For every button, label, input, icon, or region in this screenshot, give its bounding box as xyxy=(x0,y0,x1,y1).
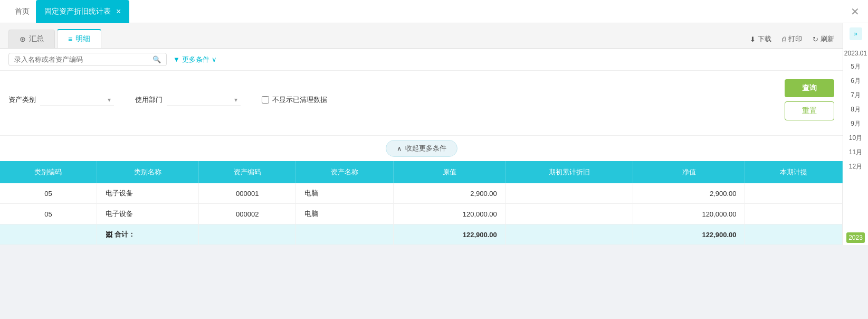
detail-icon: ≡ xyxy=(68,35,72,43)
total-accumulated xyxy=(505,224,633,245)
cell-original-value: 2,900.00 xyxy=(393,183,505,204)
sidebar-expand-arrow[interactable]: » xyxy=(850,27,862,40)
summary-icon: ⊛ xyxy=(20,35,26,43)
table-row: 05 电子设备 000002 电脑 120,000.00 120,000.00 xyxy=(0,204,843,224)
cell-net-value: 120,000.00 xyxy=(633,204,745,224)
nav-tab-close[interactable]: × xyxy=(116,7,121,16)
download-icon: ⬇ xyxy=(750,35,756,43)
main-layout: ⊛ 汇总 ≡ 明细 ⬇ 下载 ⎙ 打印 ↻ 刷新 xyxy=(0,23,868,245)
asset-category-select-wrapper xyxy=(40,93,114,106)
cell-asset-name: 电脑 xyxy=(296,204,393,224)
col-header-original-value: 原值 xyxy=(393,161,505,183)
right-sidebar: » 2023.01 5月 6月 7月 8月 9月 10月 11月 12月 202… xyxy=(843,23,868,245)
reset-button[interactable]: 重置 xyxy=(785,101,834,120)
cell-category-code: 05 xyxy=(0,204,97,224)
sidebar-month-9[interactable]: 9月 xyxy=(843,117,868,130)
cell-net-value: 2,900.00 xyxy=(633,183,745,204)
search-field[interactable]: 🔍 xyxy=(8,53,167,66)
data-table: 类别编码 类别名称 资产编码 资产名称 原值 期初累计折旧 净值 本期计提 05… xyxy=(0,161,843,245)
tab-summary[interactable]: ⊛ 汇总 xyxy=(8,30,55,48)
sidebar-month-10[interactable]: 10月 xyxy=(843,132,868,145)
filter-icon: ▼ xyxy=(173,55,180,63)
total-original-value: 122,900.00 xyxy=(393,224,505,245)
asset-category-select[interactable] xyxy=(40,93,114,106)
tab-row: ⊛ 汇总 ≡ 明细 ⬇ 下载 ⎙ 打印 ↻ 刷新 xyxy=(0,23,843,49)
department-field: 使用部门 xyxy=(135,93,241,106)
conditions-panel: 资产类别 使用部门 xyxy=(0,71,843,136)
cell-asset-name: 电脑 xyxy=(296,183,393,204)
filter-bar: 🔍 ▼ 更多条件 ∨ xyxy=(0,49,843,71)
hide-cleared-label: 不显示已清理数据 xyxy=(272,95,327,105)
query-button[interactable]: 查询 xyxy=(785,79,834,97)
action-buttons: 查询 重置 xyxy=(785,79,834,120)
print-label: 打印 xyxy=(788,34,802,44)
cell-asset-code: 000002 xyxy=(199,204,296,224)
col-header-asset-code: 资产编码 xyxy=(199,161,296,183)
sidebar-month-7[interactable]: 7月 xyxy=(843,89,868,102)
department-select-wrapper xyxy=(167,93,241,106)
total-text: 合计： xyxy=(115,230,135,239)
department-select[interactable] xyxy=(167,93,241,106)
window-close-button[interactable]: ✕ xyxy=(851,5,860,18)
table-row: 05 电子设备 000001 电脑 2,900.00 2,900.00 xyxy=(0,183,843,204)
sidebar-month-11[interactable]: 11月 xyxy=(843,146,868,159)
refresh-label: 刷新 xyxy=(821,34,834,44)
col-header-asset-name: 资产名称 xyxy=(296,161,393,183)
total-label-text: 🖼 合计： xyxy=(97,224,198,245)
tab-summary-label: 汇总 xyxy=(29,34,44,44)
total-net-value: 122,900.00 xyxy=(633,224,745,245)
department-label: 使用部门 xyxy=(135,95,163,105)
refresh-icon: ↻ xyxy=(813,35,818,43)
sidebar-date-label[interactable]: 2023.01 xyxy=(843,48,868,59)
nav-tab-active[interactable]: 固定资产折旧统计表 × xyxy=(36,0,129,23)
top-nav: 首页 固定资产折旧统计表 × ✕ xyxy=(0,0,868,23)
conditions-row: 资产类别 使用部门 xyxy=(8,79,834,120)
more-conditions-label: 更多条件 xyxy=(182,55,209,64)
cell-asset-code: 000001 xyxy=(199,183,296,204)
cell-category-name: 电子设备 xyxy=(97,204,198,224)
hide-cleared-field[interactable]: 不显示已清理数据 xyxy=(262,95,327,105)
total-current-dep xyxy=(745,224,843,245)
download-label: 下载 xyxy=(758,34,771,44)
total-row: 🖼 合计： 122,900.00 122,900.00 xyxy=(0,224,843,245)
more-conditions-toggle[interactable]: ▼ 更多条件 ∨ xyxy=(173,55,217,64)
col-header-accumulated: 期初累计折旧 xyxy=(505,161,633,183)
col-header-current-dep: 本期计提 xyxy=(745,161,843,183)
sidebar-year-badge[interactable]: 2023 xyxy=(846,232,865,243)
nav-home[interactable]: 首页 xyxy=(8,7,36,16)
data-table-container: 类别编码 类别名称 资产编码 资产名称 原值 期初累计折旧 净值 本期计提 05… xyxy=(0,161,843,245)
main-content: ⊛ 汇总 ≡ 明细 ⬇ 下载 ⎙ 打印 ↻ 刷新 xyxy=(0,23,843,245)
cell-category-name: 电子设备 xyxy=(97,183,198,204)
print-icon: ⎙ xyxy=(782,35,786,43)
cell-original-value: 120,000.00 xyxy=(393,204,505,224)
col-header-category-name: 类别名称 xyxy=(97,161,198,183)
cell-accumulated xyxy=(505,183,633,204)
cell-current-dep xyxy=(745,204,843,224)
hide-cleared-checkbox[interactable] xyxy=(262,96,269,104)
print-button[interactable]: ⎙ 打印 xyxy=(782,34,802,44)
col-header-net-value: 净值 xyxy=(633,161,745,183)
total-empty-2 xyxy=(296,224,393,245)
tab-detail-label: 明细 xyxy=(75,34,90,44)
sidebar-month-8[interactable]: 8月 xyxy=(843,103,868,116)
search-input[interactable] xyxy=(14,55,148,63)
tab-group: ⊛ 汇总 ≡ 明细 xyxy=(8,29,101,48)
total-label-cell xyxy=(0,224,97,245)
nav-tab-label: 固定资产折旧统计表 xyxy=(44,7,111,16)
sidebar-month-5[interactable]: 5月 xyxy=(843,60,868,73)
refresh-button[interactable]: ↻ 刷新 xyxy=(813,34,834,44)
table-header-row: 类别编码 类别名称 资产编码 资产名称 原值 期初累计折旧 净值 本期计提 xyxy=(0,161,843,183)
collapse-label: 收起更多条件 xyxy=(405,144,446,153)
sidebar-month-12[interactable]: 12月 xyxy=(843,160,868,173)
collapse-button[interactable]: ∧ 收起更多条件 xyxy=(386,140,457,157)
asset-category-field: 资产类别 xyxy=(8,93,114,106)
total-empty-1 xyxy=(199,224,296,245)
sidebar-month-6[interactable]: 6月 xyxy=(843,74,868,88)
cell-current-dep xyxy=(745,183,843,204)
total-icon: 🖼 xyxy=(106,231,112,239)
cell-category-code: 05 xyxy=(0,183,97,204)
tab-detail[interactable]: ≡ 明细 xyxy=(57,29,101,48)
search-icon: 🔍 xyxy=(152,55,161,63)
tab-actions: ⬇ 下载 ⎙ 打印 ↻ 刷新 xyxy=(750,34,834,48)
download-button[interactable]: ⬇ 下载 xyxy=(750,34,771,44)
